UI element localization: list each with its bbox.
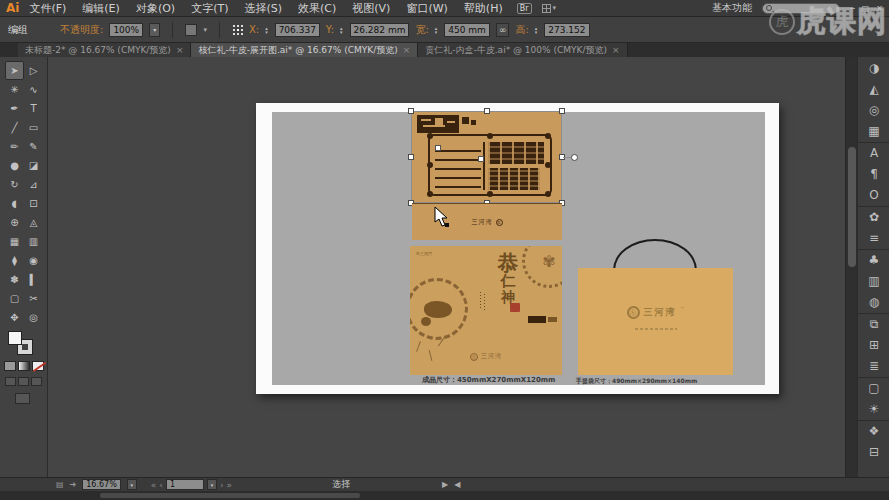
draw-normal-button[interactable] xyxy=(5,377,16,386)
style-swatch[interactable] xyxy=(185,24,197,36)
panel-libraries-icon[interactable]: ❖ xyxy=(858,420,889,441)
canvas-area[interactable]: 三河湾 Ⓢ Ⓢ三河湾 ✾ 恭 仁 神 Ⓢ 三河湾 xyxy=(48,57,845,477)
panel-align-icon[interactable]: ≣ xyxy=(858,355,889,376)
panel-character-icon[interactable]: A xyxy=(858,142,889,163)
free-transform-tool[interactable]: ⊡ xyxy=(24,194,43,213)
panel-attributes-icon[interactable]: ☀ xyxy=(858,398,889,419)
panel-opentype-icon[interactable]: O xyxy=(858,184,889,205)
eraser-tool[interactable]: ◪ xyxy=(24,156,43,175)
eyedropper-tool[interactable]: ⧫ xyxy=(5,251,24,270)
menu-item[interactable]: 文件(F) xyxy=(29,1,66,16)
last-artboard-button[interactable]: » xyxy=(227,480,233,490)
menu-item[interactable]: 编辑(E) xyxy=(82,1,120,16)
draw-behind-button[interactable] xyxy=(18,377,29,386)
draw-inside-button[interactable] xyxy=(31,377,42,386)
panel-color-icon[interactable]: ◑ xyxy=(858,57,889,78)
tab-close-icon[interactable]: × xyxy=(612,45,620,55)
expand-left-icon[interactable]: ◀ xyxy=(454,480,460,489)
pencil-tool[interactable]: ✎ xyxy=(24,137,43,156)
menu-item[interactable]: 窗口(W) xyxy=(406,1,447,16)
slice-tool[interactable]: ✂ xyxy=(24,289,43,308)
panel-appearance-icon[interactable]: ✿ xyxy=(858,206,889,227)
selection-handle[interactable] xyxy=(484,108,490,114)
panel-paragraph-icon[interactable]: ¶ xyxy=(858,163,889,184)
panel-color-guide-icon[interactable]: ◭ xyxy=(858,78,889,99)
artboard-dropdown[interactable]: ▾ xyxy=(207,479,217,490)
panel-swatches-icon[interactable]: ▦ xyxy=(858,120,889,141)
menu-item[interactable]: 帮助(H) xyxy=(464,1,503,16)
next-artboard-button[interactable]: › xyxy=(220,480,224,490)
panel-transparency-icon[interactable]: ◍ xyxy=(858,291,889,312)
paintbrush-tool[interactable]: ✏ xyxy=(5,137,24,156)
width-field[interactable]: 450 mm xyxy=(444,23,490,37)
magic-wand-tool[interactable]: ✳ xyxy=(5,80,24,99)
opacity-dropdown[interactable]: ▾ xyxy=(149,23,160,37)
rectangle-tool[interactable]: ▭ xyxy=(24,118,43,137)
screen-mode-button[interactable] xyxy=(15,393,30,404)
panel-symbols-icon[interactable]: ♣ xyxy=(858,249,889,270)
symbol-sprayer-tool[interactable]: ✽ xyxy=(5,270,24,289)
height-field[interactable]: 273.152 xyxy=(544,23,589,37)
app-logo[interactable]: Ai xyxy=(6,1,19,15)
artboard-tool[interactable]: ▢ xyxy=(5,289,24,308)
minimize-button[interactable]: ─ xyxy=(850,4,855,13)
mesh-tool[interactable]: ▦ xyxy=(5,232,24,251)
artboard-number-field[interactable]: 1 xyxy=(166,479,204,490)
selection-handle[interactable] xyxy=(408,108,414,114)
document-tab[interactable]: 核仁礼-牛皮-展开图.ai* @ 16.67% (CMYK/预览) × xyxy=(191,43,418,57)
status-icon-a[interactable]: ▤ xyxy=(56,480,64,489)
vertical-scrollbar[interactable] xyxy=(845,57,857,477)
menu-item[interactable]: 效果(C) xyxy=(298,1,336,16)
x-stepper[interactable]: ▴▾ xyxy=(265,26,268,34)
box-front-artwork[interactable]: Ⓢ三河湾 ✾ 恭 仁 神 Ⓢ 三河湾 xyxy=(410,246,562,375)
menu-item[interactable]: 视图(V) xyxy=(352,1,390,16)
close-button[interactable]: ✕ xyxy=(876,4,883,13)
selection-handle[interactable] xyxy=(559,108,565,114)
hand-tool[interactable]: ✥ xyxy=(5,308,24,327)
height-stepper[interactable]: ▴▾ xyxy=(535,26,538,34)
color-fill-button[interactable] xyxy=(4,361,16,371)
document-tab[interactable]: 未标题-2* @ 16.67% (CMYK/预览) × xyxy=(18,43,191,57)
width-tool[interactable]: ◖ xyxy=(5,194,24,213)
selection-tool[interactable]: ➤ xyxy=(5,61,24,80)
fill-color-swatch[interactable] xyxy=(8,331,22,345)
workspace-switcher[interactable]: 基本功能 xyxy=(712,1,752,15)
y-stepper[interactable]: ▴▾ xyxy=(340,26,343,34)
expand-right-icon[interactable]: ▶ xyxy=(442,480,448,489)
perspective-grid-tool[interactable]: ◬ xyxy=(24,213,43,232)
bridge-button[interactable]: Br xyxy=(517,3,532,14)
arrange-documents-button[interactable]: ▾ xyxy=(542,4,557,13)
first-artboard-button[interactable]: « xyxy=(151,480,157,490)
panel-gradient-icon[interactable]: ▥ xyxy=(858,270,889,291)
pen-tool[interactable]: ✒ xyxy=(5,99,24,118)
status-icon-b[interactable]: ➔ xyxy=(70,480,77,489)
tab-close-icon[interactable]: × xyxy=(176,45,184,55)
blob-brush-tool[interactable]: ● xyxy=(5,156,24,175)
width-stepper[interactable]: ▴▾ xyxy=(435,26,438,34)
type-tool[interactable]: T xyxy=(24,99,43,118)
zoom-level-field[interactable]: 16.67% xyxy=(82,479,121,490)
panel-stroke-icon[interactable]: ≡ xyxy=(858,227,889,248)
gradient-tool[interactable]: ▥ xyxy=(24,232,43,251)
previous-artboard-button[interactable]: ‹ xyxy=(159,480,163,490)
horizontal-scrollbar[interactable] xyxy=(0,491,889,500)
menu-item[interactable]: 选择(S) xyxy=(244,1,282,16)
reference-point-grid[interactable] xyxy=(232,24,243,35)
scale-tool[interactable]: ⊿ xyxy=(24,175,43,194)
shape-builder-tool[interactable]: ⊕ xyxy=(5,213,24,232)
column-graph-tool[interactable]: ▍ xyxy=(24,270,43,289)
side-handle[interactable] xyxy=(571,154,578,161)
constrain-proportions-icon[interactable]: ∞ xyxy=(496,23,510,37)
none-fill-button[interactable] xyxy=(32,361,44,371)
panel-links-icon[interactable]: ⊟ xyxy=(858,441,889,462)
zoom-tool[interactable]: ◎ xyxy=(24,308,43,327)
style-dropdown-icon[interactable]: ▾ xyxy=(203,26,207,34)
direct-selection-tool[interactable]: ▷ xyxy=(24,61,43,80)
tab-close-icon[interactable]: × xyxy=(403,45,411,55)
selection-handle[interactable] xyxy=(408,154,414,160)
menu-item[interactable]: 对象(O) xyxy=(136,1,175,16)
zoom-dropdown[interactable]: ▾ xyxy=(127,479,137,490)
handbag-artwork[interactable]: Ⓢ 三河湾 ™ xyxy=(578,268,733,375)
maximize-button[interactable]: □ xyxy=(862,4,870,13)
lasso-tool[interactable]: ∿ xyxy=(24,80,43,99)
